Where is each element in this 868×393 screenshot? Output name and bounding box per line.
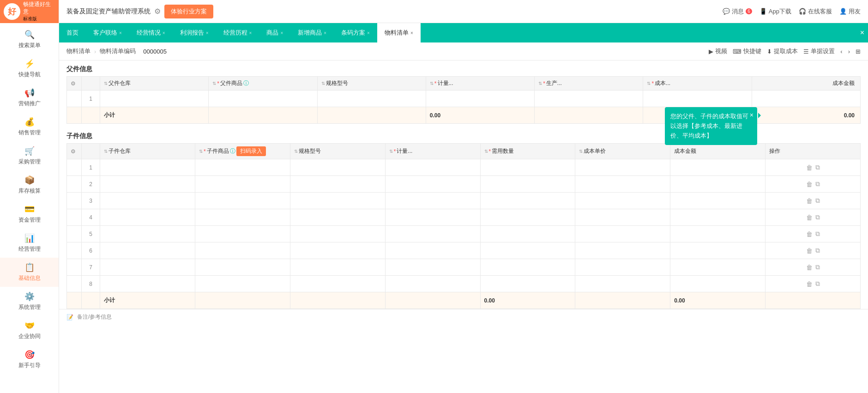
- child-row-product-8[interactable]: [195, 276, 290, 292]
- view-action[interactable]: ▶ 视频: [709, 47, 727, 55]
- parent-row-cost[interactable]: [643, 91, 752, 107]
- child-row-spec-4[interactable]: [290, 209, 385, 226]
- child-row-unit-cost-5[interactable]: [575, 226, 670, 242]
- child-row-product-3[interactable]: [195, 193, 290, 209]
- child-row-qty-8[interactable]: [480, 276, 575, 292]
- child-row-unit-cost-3[interactable]: [575, 193, 670, 209]
- tab-customer-close[interactable]: ×: [119, 30, 122, 36]
- copy-icon-4[interactable]: ⧉: [815, 213, 820, 221]
- tab-barcode[interactable]: 条码方案 ×: [334, 23, 377, 42]
- child-row-warehouse-5[interactable]: [100, 226, 195, 242]
- sidebar-item-system[interactable]: ⚙️ 系统管理: [0, 287, 59, 316]
- next-action[interactable]: ›: [848, 48, 850, 55]
- child-row-unit-7[interactable]: [385, 259, 480, 276]
- scan-btn[interactable]: 扫码录入: [236, 146, 266, 156]
- tooltip-close-btn[interactable]: ×: [750, 110, 753, 120]
- child-row-qty-5[interactable]: [480, 226, 575, 242]
- tab-product-close[interactable]: ×: [280, 30, 283, 36]
- tab-profit-close[interactable]: ×: [206, 30, 209, 36]
- sidebar-item-sales[interactable]: 💰 销售管理: [0, 112, 59, 141]
- child-row-spec-2[interactable]: [290, 176, 385, 193]
- sidebar-item-basic-info[interactable]: 📋 基础信息: [0, 258, 59, 287]
- child-row-unit-6[interactable]: [385, 242, 480, 259]
- child-row-warehouse-4[interactable]: [100, 209, 195, 226]
- parent-row-spec[interactable]: [317, 91, 426, 107]
- child-row-warehouse-8[interactable]: [100, 276, 195, 292]
- child-row-product-1[interactable]: [195, 159, 290, 176]
- copy-icon-2[interactable]: ⧉: [815, 180, 820, 188]
- expand-action[interactable]: ⊞: [856, 48, 861, 55]
- sidebar-item-quick-nav[interactable]: ⚡ 快捷导航: [0, 54, 59, 83]
- child-row-warehouse-2[interactable]: [100, 176, 195, 193]
- child-row-qty-3[interactable]: [480, 193, 575, 209]
- child-row-spec-8[interactable]: [290, 276, 385, 292]
- child-row-product-6[interactable]: [195, 242, 290, 259]
- messages-action[interactable]: 💬 消息 6: [723, 7, 752, 16]
- child-row-unit-cost-4[interactable]: [575, 209, 670, 226]
- sidebar-item-finance[interactable]: 💳 资金管理: [0, 200, 59, 229]
- app-download-action[interactable]: 📱 App下载: [760, 7, 791, 16]
- child-row-qty-4[interactable]: [480, 209, 575, 226]
- user-action[interactable]: 👤 用友: [839, 7, 861, 16]
- child-row-unit-1[interactable]: [385, 159, 480, 176]
- sidebar-item-enterprise[interactable]: 🤝 企业协同: [0, 316, 59, 345]
- child-row-unit-cost-2[interactable]: [575, 176, 670, 193]
- tab-barcode-close[interactable]: ×: [367, 30, 370, 36]
- tab-operations[interactable]: 经营情况 ×: [129, 23, 173, 42]
- tab-bom-close[interactable]: ×: [410, 30, 413, 36]
- child-th-settings[interactable]: ⚙: [67, 144, 82, 159]
- child-row-product-5[interactable]: [195, 226, 290, 242]
- tab-history-close[interactable]: ×: [249, 30, 252, 36]
- child-row-unit-cost-1[interactable]: [575, 159, 670, 176]
- child-row-unit-cost-6[interactable]: [575, 242, 670, 259]
- online-service-action[interactable]: 🎧 在线客服: [799, 7, 832, 16]
- child-row-qty-6[interactable]: [480, 242, 575, 259]
- parent-th-settings[interactable]: ⚙: [67, 77, 82, 91]
- tab-new-product-close[interactable]: ×: [324, 30, 326, 36]
- child-row-unit-cost-8[interactable]: [575, 276, 670, 292]
- prev-action[interactable]: ‹: [840, 48, 842, 55]
- tab-profit[interactable]: 利润报告 ×: [173, 23, 216, 42]
- settings-icon[interactable]: ⚙: [154, 7, 161, 16]
- child-row-unit-2[interactable]: [385, 176, 480, 193]
- child-row-unit-3[interactable]: [385, 193, 480, 209]
- parent-settings-icon[interactable]: ⚙: [71, 80, 76, 87]
- child-row-qty-7[interactable]: [480, 259, 575, 276]
- tab-product[interactable]: 商品 ×: [259, 23, 290, 42]
- delete-icon-3[interactable]: 🗑: [806, 197, 813, 205]
- copy-icon-8[interactable]: ⧉: [815, 280, 820, 288]
- cost-action[interactable]: ⬇ 提取成本: [767, 47, 798, 55]
- tab-history[interactable]: 经营历程 ×: [216, 23, 259, 42]
- child-row-product-2[interactable]: [195, 176, 290, 193]
- sidebar-item-guide[interactable]: 🎯 新手引导: [0, 345, 59, 374]
- delete-icon-2[interactable]: 🗑: [806, 181, 813, 188]
- sidebar-item-search[interactable]: 🔍 搜索菜单: [0, 25, 59, 54]
- child-row-qty-1[interactable]: [480, 159, 575, 176]
- tab-customer[interactable]: 客户联络 ×: [86, 23, 129, 42]
- child-row-unit-8[interactable]: [385, 276, 480, 292]
- parent-row-produce[interactable]: [535, 91, 643, 107]
- sidebar-item-purchase[interactable]: 🛒 采购管理: [0, 141, 59, 170]
- child-row-qty-2[interactable]: [480, 176, 575, 193]
- delete-icon-5[interactable]: 🗑: [806, 230, 813, 238]
- shortcut-action[interactable]: ⌨ 快捷键: [733, 47, 761, 55]
- delete-icon-4[interactable]: 🗑: [806, 214, 813, 221]
- child-row-unit-cost-7[interactable]: [575, 259, 670, 276]
- sidebar-item-operations[interactable]: 📊 经营管理: [0, 229, 59, 258]
- delete-icon-8[interactable]: 🗑: [806, 280, 813, 288]
- tab-home[interactable]: 首页: [59, 23, 86, 42]
- child-row-spec-1[interactable]: [290, 159, 385, 176]
- child-row-warehouse-3[interactable]: [100, 193, 195, 209]
- child-row-warehouse-6[interactable]: [100, 242, 195, 259]
- copy-icon-3[interactable]: ⧉: [815, 197, 820, 205]
- parent-row-warehouse[interactable]: [100, 91, 209, 107]
- sidebar-item-marketing[interactable]: 📢 营销推广: [0, 83, 59, 112]
- child-row-unit-4[interactable]: [385, 209, 480, 226]
- parent-row-product[interactable]: [209, 91, 317, 107]
- child-row-product-4[interactable]: [195, 209, 290, 226]
- tab-bom[interactable]: 物料清单 ×: [377, 23, 421, 42]
- delete-icon-6[interactable]: 🗑: [806, 247, 813, 254]
- sidebar-item-inventory[interactable]: 📦 库存核算: [0, 170, 59, 200]
- child-row-warehouse-1[interactable]: [100, 159, 195, 176]
- copy-icon-6[interactable]: ⧉: [815, 247, 820, 254]
